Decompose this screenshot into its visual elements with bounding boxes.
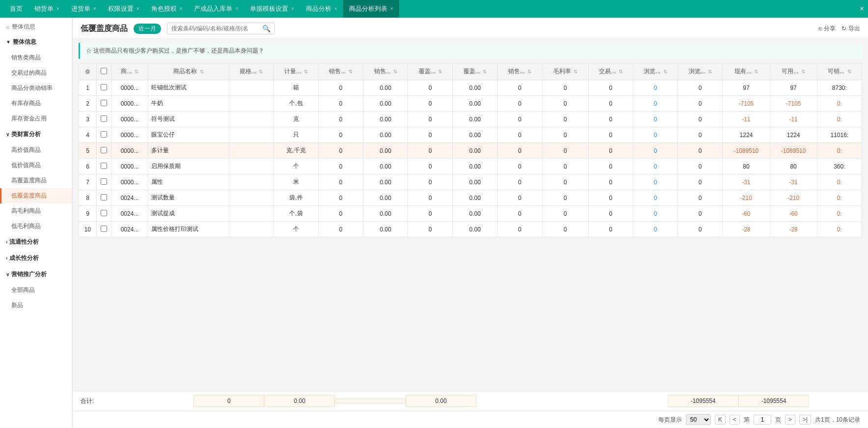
sidebar-section-wealth[interactable]: ∨ 类财富分析 — [0, 126, 72, 143]
row-unit: 只 — [273, 127, 318, 143]
first-page-button[interactable]: K — [715, 415, 726, 425]
th-browse2[interactable]: 浏览... ⇅ — [678, 63, 723, 80]
th-sales2[interactable]: 销售... ⇅ — [363, 63, 408, 80]
browse-link[interactable]: 0 — [654, 195, 657, 201]
th-sales1[interactable]: 销售... ⇅ — [318, 63, 363, 80]
th-sales3[interactable]: 销售... ⇅ — [497, 63, 542, 80]
nav-item-sales[interactable]: 销货单 × — [28, 0, 65, 18]
row-checkbox[interactable] — [101, 178, 107, 185]
table-row: 90024...测试提成个,袋00.0000.0000000-60-600: — [79, 206, 862, 222]
sidebar-section-overall[interactable]: ▼ 整体信息 — [0, 34, 72, 50]
nav-close-product-analysis[interactable]: × — [334, 0, 337, 18]
share-button[interactable]: ⎋ 分享 — [818, 25, 836, 33]
th-gross-margin[interactable]: 毛利率 ⇅ — [542, 63, 588, 80]
nav-item-product-entry[interactable]: 产成品入库单 × — [188, 0, 244, 18]
sidebar-section-marketing[interactable]: ∨ 营销推广分析 — [0, 266, 72, 283]
browse-link[interactable]: 0 — [654, 210, 657, 217]
last-page-button[interactable]: >| — [799, 415, 811, 425]
browse-link[interactable]: 0 — [654, 116, 657, 123]
row-checkbox[interactable] — [101, 210, 107, 216]
th-browse1[interactable]: 浏览... ⇅ — [633, 63, 678, 80]
sidebar-section-liquidity[interactable]: › 流通性分析 — [0, 234, 72, 250]
th-settings[interactable]: ⚙ — [79, 63, 97, 80]
th-name[interactable]: 商品名称 ⇅ — [148, 63, 229, 80]
nav-close-product-entry[interactable]: × — [235, 0, 238, 18]
sidebar-item-low-coverage[interactable]: 低覆盖度商品 — [0, 188, 72, 203]
sidebar-item-high-coverage[interactable]: 高覆盖度商品 — [0, 173, 72, 188]
sidebar-item-stock-capital[interactable]: 库存资金占用 — [0, 111, 72, 126]
browse-link[interactable]: 0 — [654, 85, 657, 91]
search-input[interactable] — [171, 25, 262, 32]
sidebar-item-all-goods[interactable]: 全部商品 — [0, 283, 72, 298]
time-filter-button[interactable]: 近一月 — [134, 24, 161, 34]
th-stock2[interactable]: 可用... ⇅ — [770, 63, 817, 80]
sidebar-item-new-goods[interactable]: 新品 — [0, 298, 72, 313]
nav-item-product-analysis[interactable]: 商品分析 × — [300, 0, 343, 18]
nav-item-role[interactable]: 角色授权 × — [145, 0, 189, 18]
prev-page-button[interactable]: < — [730, 415, 740, 425]
sidebar-item-low-margin[interactable]: 低毛利商品 — [0, 219, 72, 234]
row-stock3: 0: — [817, 222, 862, 237]
search-icon[interactable]: 🔍 — [262, 25, 271, 32]
export-button[interactable]: ↻ 导出 — [841, 25, 860, 33]
sidebar-item-category-rate[interactable]: 商品分类动销率 — [0, 81, 72, 96]
nav-close-sales[interactable]: × — [56, 0, 59, 18]
sidebar-item-low-value[interactable]: 低价值商品 — [0, 158, 72, 173]
row-gross-margin: 0 — [542, 112, 588, 127]
th-stock1[interactable]: 现有... ⇅ — [723, 63, 770, 80]
row-cover2: 0.00 — [453, 159, 497, 174]
row-checkbox[interactable] — [101, 115, 107, 122]
row-trade: 0 — [588, 96, 633, 112]
sidebar-item-traded-goods[interactable]: 交易过的商品 — [0, 65, 72, 81]
nav-close-permission[interactable]: × — [136, 0, 139, 18]
row-stock2: 1224 — [770, 127, 817, 143]
collapse-arrow-icon[interactable]: « — [6, 23, 10, 31]
nav-item-analysis-list[interactable]: 商品分析列表 × — [343, 0, 399, 18]
row-checkbox[interactable] — [101, 84, 107, 90]
settings-icon[interactable]: ⚙ — [85, 68, 90, 75]
browse-link[interactable]: 0 — [654, 147, 657, 154]
row-sales1: 0 — [318, 127, 363, 143]
nav-close-all-button[interactable]: × — [860, 4, 864, 13]
nav-item-permission[interactable]: 权限设置 × — [102, 0, 145, 18]
page-number-input[interactable] — [754, 415, 771, 425]
nav-close-purchase[interactable]: × — [93, 0, 96, 18]
browse-link[interactable]: 0 — [654, 163, 657, 170]
th-cover2[interactable]: 覆盖... ⇅ — [453, 63, 497, 80]
nav-close-template[interactable]: × — [291, 0, 294, 18]
th-stock3[interactable]: 可销... ⇅ — [817, 63, 862, 80]
nav-close-role[interactable]: × — [180, 0, 183, 18]
th-trade[interactable]: 交易... ⇅ — [588, 63, 633, 80]
row-name: 符号测试 — [148, 112, 229, 127]
next-page-button[interactable]: > — [785, 415, 795, 425]
row-unit: 袋,件 — [273, 190, 318, 206]
sidebar-item-high-value[interactable]: 高价值商品 — [0, 143, 72, 158]
sidebar-section-growth[interactable]: › 成长性分析 — [0, 250, 72, 266]
th-spec[interactable]: 规格... ⇅ — [229, 63, 273, 80]
sidebar-item-high-margin[interactable]: 高毛利商品 — [0, 203, 72, 219]
row-checkbox[interactable] — [101, 194, 107, 200]
nav-item-home[interactable]: 首页 — [4, 0, 28, 18]
row-checkbox[interactable] — [101, 226, 107, 232]
row-checkbox[interactable] — [101, 100, 107, 106]
browse-link[interactable]: 0 — [654, 100, 657, 107]
select-all-checkbox[interactable] — [101, 68, 107, 74]
sidebar-item-sales-goods[interactable]: 销售类商品 — [0, 50, 72, 65]
table-header-row: ⚙ 商... ⇅ 商品名称 ⇅ 规格... ⇅ 计量... ⇅ 销售... ⇅ … — [79, 63, 862, 80]
row-name: 眼宝公仔 — [148, 127, 229, 143]
th-cover1[interactable]: 覆盖... ⇅ — [408, 63, 453, 80]
th-unit[interactable]: 计量... ⇅ — [273, 63, 318, 80]
browse-link[interactable]: 0 — [654, 226, 657, 233]
row-checkbox[interactable] — [101, 147, 107, 153]
nav-item-template[interactable]: 单据模板设置 × — [244, 0, 300, 18]
sidebar-item-stock-goods[interactable]: 有库存商品 — [0, 96, 72, 111]
page-size-select[interactable]: 20 50 100 200 — [686, 414, 711, 425]
th-checkbox[interactable] — [97, 63, 111, 80]
th-code[interactable]: 商... ⇅ — [111, 63, 148, 80]
row-checkbox[interactable] — [101, 131, 107, 138]
browse-link[interactable]: 0 — [654, 179, 657, 186]
nav-item-purchase[interactable]: 进货单 × — [65, 0, 102, 18]
browse-link[interactable]: 0 — [654, 132, 657, 139]
nav-close-analysis-list[interactable]: × — [390, 0, 393, 18]
row-checkbox[interactable] — [101, 163, 107, 169]
